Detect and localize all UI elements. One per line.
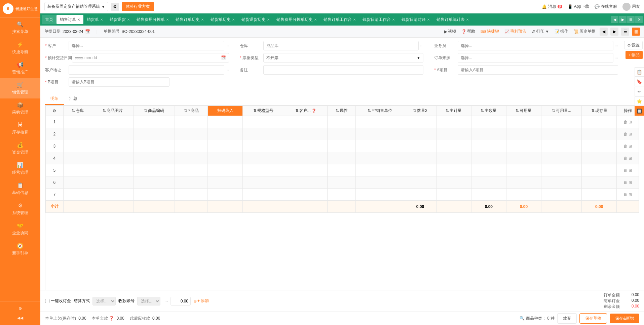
row-delete-3[interactable]: 🗑 [623, 144, 628, 149]
tab-close-sales-refund[interactable]: ✕ [127, 18, 130, 22]
tab-sales-expense-history[interactable]: 销售费用分摊单历史 ✕ [273, 15, 320, 24]
order-source-expand[interactable]: ··· [615, 55, 618, 60]
customer-expand[interactable]: ··· [226, 43, 229, 48]
online-service-btn[interactable]: 💬 在线客服 [595, 4, 617, 9]
tab-close-all[interactable]: ✕ [635, 16, 643, 23]
sidebar-item-inventory[interactable]: 🗄库存核算 [0, 119, 40, 138]
ticket-type-select[interactable]: 不开票 ▼ [263, 53, 424, 63]
sidebar-item-search[interactable]: 🔍搜索菜单 [0, 18, 40, 38]
payment-method-select[interactable]: 选择... [92, 297, 116, 306]
sidebar-collapse[interactable]: ◀◀ [1, 314, 39, 322]
calendar-icon[interactable]: 📅 [85, 29, 90, 34]
row-copy-1[interactable]: ⊞ [629, 120, 632, 124]
row-copy-4[interactable]: ⊞ [629, 156, 632, 161]
tab-sales-history[interactable]: 销货单历史 ✕ [207, 15, 238, 24]
app-selector[interactable]: 装备及固定资产辅助管理系统 ▼ [44, 2, 108, 11]
tab-sales-summary[interactable]: 销售订单统计表 ✕ [433, 15, 472, 24]
quick-confirm-checkbox[interactable]: 一键收订金 [45, 298, 71, 304]
save-new-btn[interactable]: 保存&新增 [610, 314, 639, 323]
row-delete-5[interactable]: 🗑 [623, 168, 628, 173]
tab-close-sales-order-workbench[interactable]: ✕ [353, 18, 356, 22]
save-draft-btn[interactable]: 保存草稿 [579, 313, 607, 324]
amount-input[interactable] [171, 297, 191, 306]
profit-btn[interactable]: 📈 毛利预告 [503, 28, 528, 35]
sidebar-item-operations[interactable]: 📊经营管理 [0, 159, 40, 179]
discard-btn[interactable]: 放弃 [557, 313, 577, 324]
tab-sales-order-history[interactable]: 销售订单历史 ✕ [172, 15, 207, 24]
tab-list[interactable]: ☰ [627, 16, 635, 23]
col-settings[interactable]: ⚙ [46, 106, 64, 116]
customer-input[interactable] [69, 41, 224, 50]
account-select[interactable]: 选择... [137, 297, 160, 306]
row-delete-1[interactable]: 🗑 [623, 120, 628, 124]
side-icon-2[interactable]: 🔖 [635, 77, 644, 86]
tab-summary[interactable]: 汇总 [64, 93, 83, 105]
tab-sales-return[interactable]: 销货单 ✕ [83, 15, 106, 24]
view-btn[interactable]: ▶ 视频 [443, 28, 457, 35]
tab-detail[interactable]: 明细 [45, 93, 64, 105]
row-copy-2[interactable]: ⊞ [629, 132, 632, 136]
side-icon-4[interactable]: ⭐ [635, 96, 644, 106]
shortcut-btn[interactable]: ⌨ 快捷键 [479, 28, 500, 35]
account-expand[interactable]: ··· [164, 299, 168, 303]
tab-close-sales-refund-history[interactable]: ✕ [267, 18, 270, 22]
history-btn[interactable]: 📜 历史单据 [572, 28, 597, 35]
nav-prev-record[interactable]: ◀ [600, 28, 608, 36]
sidebar-item-basic-info[interactable]: 📋基础信息 [0, 179, 40, 199]
tab-close-sales-history[interactable]: ✕ [232, 18, 235, 22]
tab-prev[interactable]: ◀ [611, 16, 618, 23]
operation-btn[interactable]: 📝 操作 [553, 28, 570, 35]
sidebar-item-sales[interactable]: 🛒销售管理 [0, 78, 40, 98]
warehouse-expand[interactable]: ··· [420, 43, 423, 48]
view-mode-list[interactable]: ☰ [621, 28, 629, 36]
row-copy-7[interactable]: ⊞ [629, 192, 632, 197]
tab-close-sales-return[interactable]: ✕ [100, 18, 103, 22]
notifications-btn[interactable]: 🔔 消息 9 [542, 4, 562, 9]
side-icon-5[interactable]: 🔲 [635, 106, 644, 116]
nav-next-record[interactable]: ▶ [610, 28, 618, 36]
sidebar-item-purchase[interactable]: 📦采购管理 [0, 98, 40, 119]
side-icon-1[interactable]: 📋 [635, 67, 644, 77]
salesperson-expand[interactable]: ··· [615, 43, 618, 48]
address-expand[interactable]: ··· [226, 68, 229, 72]
sidebar-item-guide[interactable]: 🧭新手引导 [0, 239, 40, 259]
tab-close-sales-expense-split[interactable]: ✕ [166, 18, 169, 22]
view-mode-card[interactable]: ▦ [632, 28, 640, 36]
warehouse-input[interactable] [263, 41, 419, 50]
settings-gear-btn[interactable]: ⚙ [111, 3, 119, 11]
sidebar-item-finance[interactable]: 💰资金管理 [0, 138, 40, 159]
remarks-input[interactable] [263, 65, 424, 75]
sidebar-settings[interactable]: ⚙ [1, 304, 39, 313]
sidebar-item-enterprise[interactable]: 🤝企业协同 [0, 219, 40, 239]
a-project-input[interactable] [458, 65, 618, 75]
tab-close-sales-summary[interactable]: ✕ [466, 18, 469, 22]
order-source-input[interactable] [458, 53, 613, 63]
tab-receivable-reconcile[interactable]: 钱货日清对账 ✕ [398, 15, 433, 24]
row-delete-4[interactable]: 🗑 [623, 156, 628, 161]
tab-sales-order-workbench[interactable]: 销售订单工作台 ✕ [320, 15, 359, 24]
tab-sales-refund-history[interactable]: 销货退货历史 ✕ [238, 15, 273, 24]
row-copy-3[interactable]: ⊞ [629, 144, 632, 149]
row-copy-6[interactable]: ⊞ [629, 180, 632, 185]
industry-btn[interactable]: 体验行业方案 [122, 2, 154, 11]
help-btn[interactable]: ❓ 帮助 [460, 28, 477, 35]
tab-close-sales-order[interactable]: ✕ [77, 18, 80, 22]
row-delete-7[interactable]: 🗑 [623, 192, 628, 197]
settings-form-btn[interactable]: ⚙ 设置 [624, 41, 643, 49]
tab-close-receivable-reconcile[interactable]: ✕ [427, 18, 430, 22]
tab-close-receivable-workbench[interactable]: ✕ [392, 18, 395, 22]
tab-close-sales-order-history[interactable]: ✕ [201, 18, 204, 22]
sidebar-item-system[interactable]: ⚙系统管理 [0, 199, 40, 219]
sidebar-item-marketing[interactable]: 📢营销推广 [0, 58, 40, 78]
address-input[interactable] [69, 65, 224, 75]
tab-close-sales-expense-history[interactable]: ✕ [314, 18, 317, 22]
add-payment-btn[interactable]: ⊕ + 添加 [193, 298, 209, 304]
row-copy-5[interactable]: ⊞ [629, 168, 632, 173]
tab-sales-order[interactable]: 销售订单 ✕ [56, 15, 83, 24]
b-project-input[interactable] [69, 77, 169, 87]
expected-date-input[interactable]: yyyy-mm-dd 📅 [72, 53, 229, 63]
tab-receivable-workbench[interactable]: 钱货日清工作台 ✕ [359, 15, 398, 24]
sidebar-item-quick-nav[interactable]: ⚡快捷导航 [0, 38, 40, 58]
app-download-btn[interactable]: 📱 App下载 [568, 4, 589, 9]
print-btn[interactable]: 🖨 打印 ▼ [530, 28, 551, 35]
